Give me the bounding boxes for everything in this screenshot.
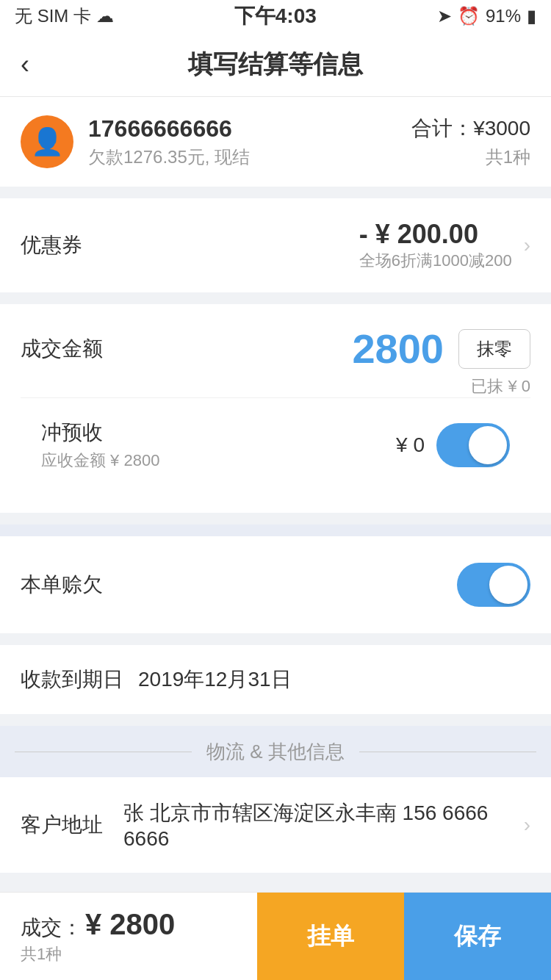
due-label: 收款到期日 [21,666,123,693]
debt-label: 本单赊欠 [21,571,103,599]
customer-sub: 欠款1276.35元, 现结 [88,145,250,169]
discount-value-container: - ¥ 200.00 全场6折满1000减200 [359,219,512,272]
customer-count: 共1种 [411,145,530,169]
transaction-section: 成交金额 2800 抹零 已抹 ¥ 0 冲预收 应收金额 ¥ 2800 ¥ 0 [0,304,551,513]
discount-section: 优惠券 - ¥ 200.00 全场6折满1000减200 › [0,198,551,292]
due-date-row: 收款到期日 2019年12月31日 [0,645,551,714]
prepay-right: ¥ 0 [396,423,510,467]
prepay-left: 冲预收 应收金额 ¥ 2800 [41,419,159,472]
transaction-sub: 已抹 ¥ 0 [21,375,530,397]
bottom-amount: ¥ 2800 [85,908,175,941]
divider-line-right [359,752,536,752]
save-button[interactable]: 保存 [404,893,551,980]
amount-row: 成交金额 2800 抹零 [21,325,530,372]
customer-total: 合计：¥3000 [411,115,530,143]
page-title: 填写结算等信息 [188,48,363,82]
transaction-amount: 2800 [352,325,444,372]
divider-line-left [15,752,192,752]
discount-value: - ¥ 200.00 [359,219,512,250]
status-right: ➤ ⏰ 91% ▮ [437,6,536,26]
prepay-row: 冲预收 应收金额 ¥ 2800 ¥ 0 [21,397,530,492]
bottom-actions: 挂单 保存 [257,893,551,980]
status-time: 下午4:03 [234,2,317,30]
prepay-value: ¥ 0 [396,433,425,457]
bottom-summary: 成交： ¥ 2800 共1种 [0,908,257,965]
address-label: 客户地址 [21,811,109,839]
battery-text: 91% [486,6,521,26]
transaction-label: 成交金额 [21,335,103,363]
discount-sub: 全场6折满1000减200 [359,250,512,272]
main-content: 👤 17666666666 欠款1276.35元, 现结 合计：¥3000 共1… [0,97,551,980]
status-bar: 无 SIM 卡 ☁ 下午4:03 ➤ ⏰ 91% ▮ [0,0,551,32]
discount-right: - ¥ 200.00 全场6折满1000减200 › [359,219,530,272]
location-icon: ➤ [437,6,452,26]
debt-row: 本单赊欠 [0,536,551,633]
back-button[interactable]: ‹ [21,49,29,80]
round-button[interactable]: 抹零 [458,329,530,369]
prepay-sub: 应收金额 ¥ 2800 [41,450,159,472]
bottom-transaction-label: 成交： [21,914,82,942]
battery-icon: ▮ [527,6,536,26]
customer-left: 👤 17666666666 欠款1276.35元, 现结 [21,115,250,169]
discount-row[interactable]: 优惠券 - ¥ 200.00 全场6折满1000减200 › [0,198,551,292]
separator-1 [0,525,551,536]
customer-info: 17666666666 欠款1276.35元, 现结 [88,115,250,169]
bottom-count: 共1种 [21,943,237,965]
hang-button[interactable]: 挂单 [257,893,404,980]
address-row[interactable]: 客户地址 张 北京市市辖区海淀区永丰南 156 6666 6666 › [0,777,551,873]
nav-bar: ‹ 填写结算等信息 [0,32,551,97]
customer-card: 👤 17666666666 欠款1276.35元, 现结 合计：¥3000 共1… [0,97,551,187]
prepay-toggle-knob [469,426,507,464]
amount-right: 2800 抹零 [352,325,530,372]
debt-toggle-knob [489,566,527,604]
customer-right: 合计：¥3000 共1种 [411,115,530,169]
status-left: 无 SIM 卡 ☁ [15,4,114,28]
discount-label: 优惠券 [21,231,109,259]
bottom-transaction-row: 成交： ¥ 2800 [21,908,237,942]
address-value: 张 北京市市辖区海淀区永丰南 156 6666 6666 [109,799,524,851]
alarm-icon: ⏰ [458,6,480,26]
due-value: 2019年12月31日 [138,666,292,693]
bottom-bar: 成交： ¥ 2800 共1种 挂单 保存 [0,892,551,980]
avatar-icon: 👤 [31,126,64,157]
prepay-label: 冲预收 [41,419,159,447]
customer-phone: 17666666666 [88,115,250,143]
logistics-label: 物流 & 其他信息 [206,739,345,765]
avatar: 👤 [21,115,73,168]
no-sim-text: 无 SIM 卡 ☁ [15,4,114,28]
logistics-divider: 物流 & 其他信息 [0,726,551,777]
address-chevron-icon: › [524,813,530,837]
debt-toggle[interactable] [457,563,530,607]
chevron-right-icon: › [524,234,530,257]
prepay-toggle[interactable] [436,423,510,467]
